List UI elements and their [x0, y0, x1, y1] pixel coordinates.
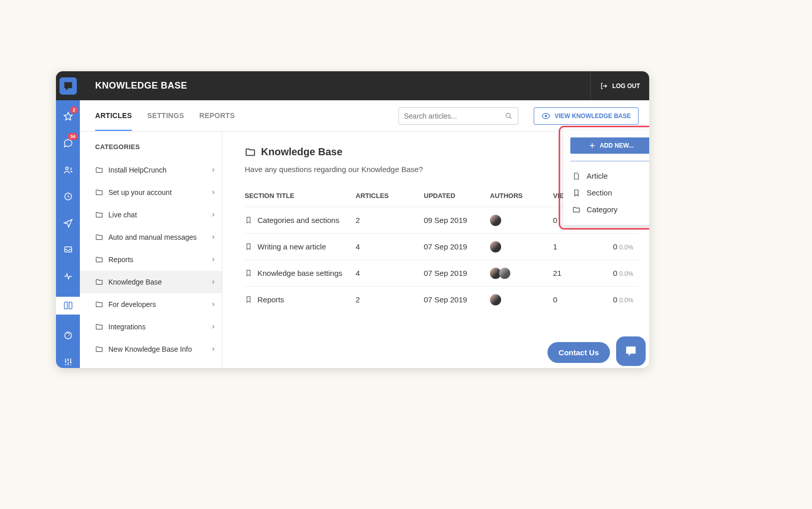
bookmark-icon: [245, 269, 252, 277]
dropdown-item-category-label: Category: [587, 205, 618, 214]
sidebar-item-knowledge-base[interactable]: [56, 297, 80, 315]
add-new-label: ADD NEW...: [600, 142, 634, 149]
col-articles: ARTICLES: [356, 192, 424, 200]
category-item[interactable]: Reports: [95, 248, 222, 271]
row-title: Reports: [257, 295, 284, 304]
chevron-right-icon: [211, 324, 216, 329]
inbox-icon: [63, 244, 73, 254]
logout-button[interactable]: LOG OUT: [590, 71, 649, 100]
sidebar-item-history[interactable]: [56, 190, 80, 203]
category-item[interactable]: For developers: [95, 293, 222, 316]
star-icon: [63, 111, 73, 122]
category-item-label: Reports: [108, 256, 133, 264]
app-window: KNOWLEDGE BASE LOG OUT 2 34: [56, 71, 649, 368]
dropdown-item-category[interactable]: Category: [570, 201, 649, 218]
row-articles: 4: [356, 269, 424, 277]
content-pane: ARTICLES SETTINGS REPORTS VIEW KNOWLEDGE…: [80, 100, 649, 368]
avatar: [490, 294, 501, 305]
col-section-title: SECTION TITLE: [245, 192, 356, 200]
row-negative: 0 0.0%: [613, 295, 640, 304]
header: KNOWLEDGE BASE LOG OUT: [56, 71, 649, 100]
category-item-label: Set up your account: [108, 188, 172, 196]
sidebar-nav: 2 34: [56, 100, 80, 368]
row-articles: 4: [356, 242, 424, 251]
category-item[interactable]: Integrations: [95, 316, 222, 338]
tabs-bar: ARTICLES SETTINGS REPORTS VIEW KNOWLEDGE…: [80, 100, 649, 132]
search-box[interactable]: [398, 107, 518, 125]
row-negative: 0 0.0%: [613, 269, 640, 277]
bookmark-icon: [572, 189, 581, 197]
logout-icon: [600, 82, 608, 90]
category-item-label: Knowledge Base: [108, 278, 162, 286]
sidebar-item-campaigns[interactable]: [56, 217, 80, 229]
tab-reports[interactable]: REPORTS: [199, 101, 235, 131]
tab-articles[interactable]: ARTICLES: [95, 101, 132, 131]
view-knowledge-base-button[interactable]: VIEW KNOWLEDGE BASE: [534, 107, 639, 125]
send-icon: [63, 218, 73, 228]
col-updated: UPDATED: [424, 192, 490, 200]
row-authors: [490, 268, 553, 279]
sidebar-item-favorites[interactable]: 2: [56, 110, 80, 123]
contact-us-button[interactable]: Contact Us: [547, 342, 610, 363]
search-icon: [505, 112, 513, 120]
svg-point-0: [66, 167, 68, 169]
category-item[interactable]: Live chat: [95, 204, 222, 226]
category-item-label: Install HelpCrunch: [108, 166, 166, 174]
tab-settings[interactable]: SETTINGS: [147, 101, 184, 131]
logout-label: LOG OUT: [612, 82, 640, 90]
sidebar-item-settings[interactable]: [56, 356, 80, 368]
sidebar-item-conversations[interactable]: 34: [56, 137, 80, 149]
conversations-badge: 34: [68, 133, 78, 140]
table-row[interactable]: Knowledge base settings 4 07 Sep 2019 21…: [245, 260, 640, 286]
plus-icon: [589, 142, 596, 149]
table-row[interactable]: Reports 2 07 Sep 2019 0 0 0.0%: [245, 286, 640, 313]
folder-icon: [95, 278, 103, 286]
row-authors: [490, 294, 553, 305]
sidebar-item-inbox[interactable]: [56, 243, 80, 256]
category-item[interactable]: New Knowledge Base Info: [95, 338, 222, 360]
row-authors: [490, 241, 553, 252]
row-negative: 0 0.0%: [613, 242, 640, 251]
category-item[interactable]: Set up your account: [95, 181, 222, 204]
chat-bubble-icon: [63, 81, 73, 91]
folder-icon: [95, 256, 103, 264]
bookmark-icon: [245, 243, 252, 250]
table-row[interactable]: Writing a new article 4 07 Sep 2019 1 0 …: [245, 233, 640, 260]
sidebar-item-activity[interactable]: [56, 270, 80, 282]
folder-icon: [95, 166, 103, 174]
row-updated: 07 Sep 2019: [424, 242, 490, 251]
app-logo[interactable]: [56, 71, 80, 100]
sidebar-item-contacts[interactable]: [56, 164, 80, 176]
dropdown-item-section-label: Section: [587, 188, 612, 197]
categories-panel: CATEGORIES Install HelpCrunch Set up you…: [80, 132, 222, 368]
dropdown-item-article-label: Article: [587, 172, 608, 180]
folder-icon: [95, 233, 103, 241]
bookmark-icon: [245, 216, 252, 224]
eye-icon: [541, 111, 550, 121]
row-viewers: 1: [553, 242, 613, 251]
folder-icon: [95, 211, 103, 219]
document-icon: [572, 172, 581, 180]
row-updated: 07 Sep 2019: [424, 295, 490, 304]
search-input[interactable]: [404, 112, 501, 120]
sidebar-item-help[interactable]: [56, 329, 80, 341]
dropdown-item-article[interactable]: Article: [570, 167, 649, 184]
view-kb-label: VIEW KNOWLEDGE BASE: [555, 112, 631, 120]
categories-heading: CATEGORIES: [95, 143, 222, 151]
chevron-right-icon: [211, 167, 216, 173]
chat-bubble-icon: [624, 344, 638, 358]
category-item[interactable]: Knowledge Base: [80, 271, 222, 293]
add-new-button[interactable]: ADD NEW...: [570, 137, 649, 154]
category-item[interactable]: Auto and manual messages: [95, 226, 222, 248]
favorites-badge: 2: [70, 106, 78, 114]
sliders-icon: [63, 357, 73, 367]
avatar: [499, 268, 510, 279]
row-title: Writing a new article: [257, 242, 326, 251]
category-item[interactable]: Install HelpCrunch: [95, 159, 222, 181]
chat-widget-button[interactable]: [616, 336, 646, 366]
dropdown-item-section[interactable]: Section: [570, 184, 649, 201]
row-updated: 09 Sep 2019: [424, 216, 490, 224]
category-item-label: For developers: [108, 300, 156, 308]
svg-point-5: [545, 115, 547, 117]
row-viewers: 21: [553, 269, 613, 277]
